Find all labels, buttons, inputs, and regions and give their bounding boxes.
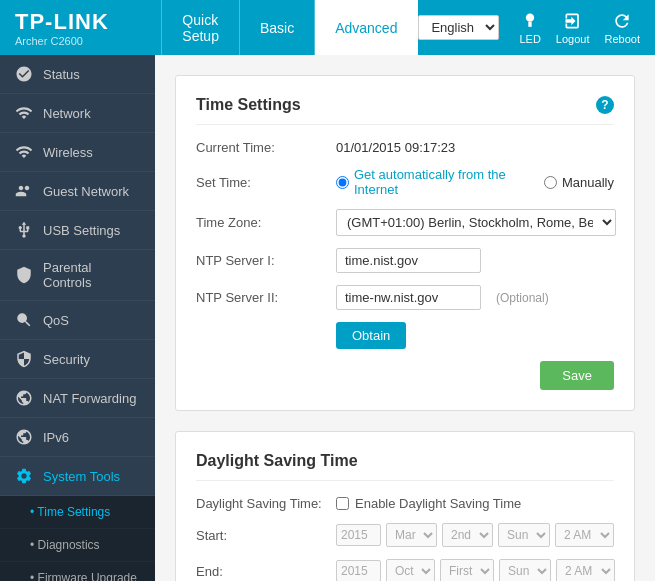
- dst-end-month[interactable]: Oct: [386, 559, 435, 581]
- dst-start-row: Start: Mar 2nd Sun 2 AM: [196, 523, 614, 547]
- daylight-saving-title: Daylight Saving Time: [196, 452, 614, 481]
- dst-checkbox[interactable]: [336, 497, 349, 510]
- obtain-button[interactable]: Obtain: [336, 322, 406, 349]
- current-time-row: Current Time: 01/01/2015 09:17:23: [196, 140, 614, 155]
- sidebar-item-security[interactable]: Security: [0, 340, 155, 379]
- dst-start-month[interactable]: Mar: [386, 523, 437, 547]
- logout-button[interactable]: Logout: [556, 11, 590, 45]
- auto-radio-label[interactable]: Get automatically from the Internet: [336, 167, 529, 197]
- logo-model: Archer C2600: [15, 35, 161, 47]
- sidebar-item-qos[interactable]: QoS: [0, 301, 155, 340]
- sidebar-item-ipv6[interactable]: IPv6: [0, 418, 155, 457]
- logo-tp: TP-LINK: [15, 9, 161, 35]
- nav-tabs: Quick Setup Basic Advanced: [161, 0, 418, 55]
- sidebar-item-usb-settings[interactable]: USB Settings: [0, 211, 155, 250]
- time-settings-title: Time Settings ?: [196, 96, 614, 125]
- sidebar-label-usb-settings: USB Settings: [43, 223, 120, 238]
- dst-end-row: End: Oct First Sun 2 AM: [196, 559, 614, 581]
- dst-start-week[interactable]: 2nd: [442, 523, 493, 547]
- sidebar-item-system-tools[interactable]: System Tools: [0, 457, 155, 496]
- svg-point-0: [526, 13, 534, 21]
- svg-rect-1: [528, 21, 531, 26]
- set-time-radio-group: Get automatically from the Internet Manu…: [336, 167, 614, 197]
- led-button[interactable]: LED: [519, 11, 540, 45]
- obtain-row: Obtain: [196, 322, 614, 349]
- dst-checkbox-label[interactable]: Enable Daylight Saving Time: [336, 496, 521, 511]
- sidebar-label-system-tools: System Tools: [43, 469, 120, 484]
- dst-end-year[interactable]: [336, 560, 381, 581]
- logo-area: TP-LINK Archer C2600: [15, 9, 161, 47]
- sidebar-label-status: Status: [43, 67, 80, 82]
- manually-radio-label[interactable]: Manually: [544, 175, 614, 190]
- set-time-row: Set Time: Get automatically from the Int…: [196, 167, 614, 197]
- sidebar-item-network[interactable]: Network: [0, 94, 155, 133]
- optional-label: (Optional): [496, 291, 549, 305]
- dst-checkbox-row: Daylight Saving Time: Enable Daylight Sa…: [196, 496, 614, 511]
- ntp1-input[interactable]: [336, 248, 481, 273]
- nav-quick-setup[interactable]: Quick Setup: [161, 0, 240, 55]
- main-content: Time Settings ? Current Time: 01/01/2015…: [155, 55, 655, 581]
- sidebar-item-nat-forwarding[interactable]: NAT Forwarding: [0, 379, 155, 418]
- auto-radio[interactable]: [336, 176, 349, 189]
- dst-end-fields: Oct First Sun 2 AM: [336, 559, 615, 581]
- ntp1-row: NTP Server I:: [196, 248, 614, 273]
- daylight-saving-card: Daylight Saving Time Daylight Saving Tim…: [175, 431, 635, 581]
- sidebar-item-parental-controls[interactable]: Parental Controls: [0, 250, 155, 301]
- timezone-row: Time Zone: (GMT+01:00) Berlin, Stockholm…: [196, 209, 614, 236]
- dst-start-year[interactable]: [336, 524, 381, 546]
- layout: Status Network Wireless Guest Network US…: [0, 55, 655, 581]
- sidebar-item-status[interactable]: Status: [0, 55, 155, 94]
- sidebar-sub-time-settings[interactable]: Time Settings: [0, 496, 155, 529]
- sidebar-label-guest-network: Guest Network: [43, 184, 129, 199]
- sidebar-label-qos: QoS: [43, 313, 69, 328]
- sidebar: Status Network Wireless Guest Network US…: [0, 55, 155, 581]
- help-icon[interactable]: ?: [596, 96, 614, 114]
- current-time-value: 01/01/2015 09:17:23: [336, 140, 455, 155]
- sidebar-item-wireless[interactable]: Wireless: [0, 133, 155, 172]
- header: TP-LINK Archer C2600 Quick Setup Basic A…: [0, 0, 655, 55]
- dst-end-label: End:: [196, 564, 326, 579]
- sidebar-label-nat-forwarding: NAT Forwarding: [43, 391, 136, 406]
- timezone-select[interactable]: (GMT+01:00) Berlin, Stockholm, Rome, Ber…: [336, 209, 616, 236]
- sidebar-sub-firmware-upgrade[interactable]: Firmware Upgrade: [0, 562, 155, 581]
- dst-end-day[interactable]: Sun: [499, 559, 551, 581]
- sidebar-label-security: Security: [43, 352, 90, 367]
- dst-start-time[interactable]: 2 AM: [555, 523, 614, 547]
- language-select[interactable]: English: [418, 15, 499, 40]
- time-save-row: Save: [196, 361, 614, 390]
- sidebar-label-ipv6: IPv6: [43, 430, 69, 445]
- time-save-button[interactable]: Save: [540, 361, 614, 390]
- timezone-label: Time Zone:: [196, 215, 326, 230]
- manually-radio[interactable]: [544, 176, 557, 189]
- ntp2-input[interactable]: [336, 285, 481, 310]
- reboot-button[interactable]: Reboot: [605, 11, 640, 45]
- sidebar-item-guest-network[interactable]: Guest Network: [0, 172, 155, 211]
- dst-start-fields: Mar 2nd Sun 2 AM: [336, 523, 614, 547]
- current-time-label: Current Time:: [196, 140, 326, 155]
- dst-start-day[interactable]: Sun: [498, 523, 550, 547]
- dst-start-label: Start:: [196, 528, 326, 543]
- dst-end-week[interactable]: First: [440, 559, 494, 581]
- sidebar-label-wireless: Wireless: [43, 145, 93, 160]
- nav-advanced[interactable]: Advanced: [315, 0, 418, 55]
- header-icons: LED Logout Reboot: [519, 11, 640, 45]
- sidebar-label-network: Network: [43, 106, 91, 121]
- time-settings-card: Time Settings ? Current Time: 01/01/2015…: [175, 75, 635, 411]
- ntp2-label: NTP Server II:: [196, 290, 326, 305]
- ntp1-label: NTP Server I:: [196, 253, 326, 268]
- nav-basic[interactable]: Basic: [240, 0, 315, 55]
- dst-end-time[interactable]: 2 AM: [556, 559, 615, 581]
- ntp2-row: NTP Server II: (Optional): [196, 285, 614, 310]
- sidebar-sub-menu: Time Settings Diagnostics Firmware Upgra…: [0, 496, 155, 581]
- set-time-label: Set Time:: [196, 175, 326, 190]
- sidebar-sub-diagnostics[interactable]: Diagnostics: [0, 529, 155, 562]
- dst-label: Daylight Saving Time:: [196, 496, 326, 511]
- sidebar-label-parental-controls: Parental Controls: [43, 260, 140, 290]
